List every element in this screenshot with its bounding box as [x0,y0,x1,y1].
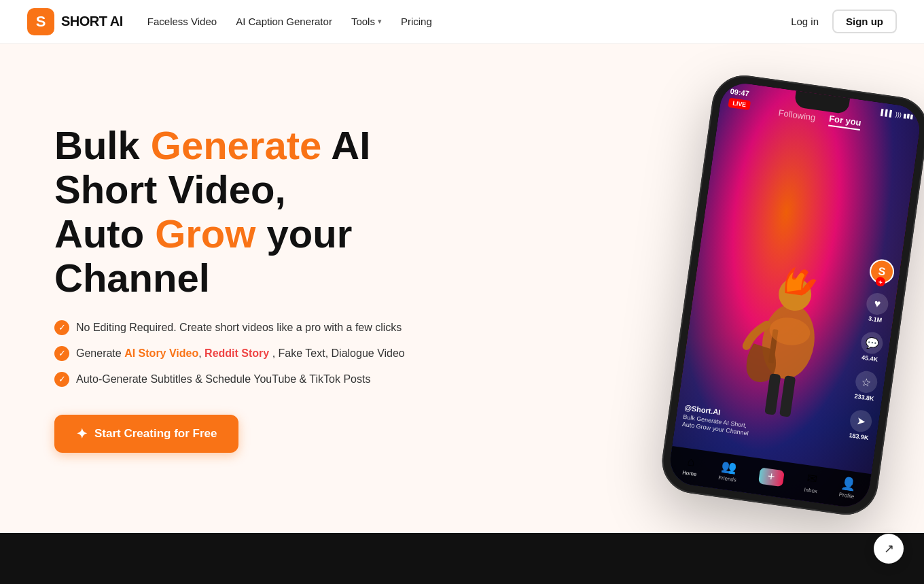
bookmark-action: ☆ 233.8K [853,370,878,402]
profile-icon: 👤 [840,475,857,492]
tag-reddit-story: Reddit Story [205,347,269,359]
phone-screen: 09:47 ▌▌▌ ))) ▮▮▮ LIVE Following For you… [667,80,923,509]
nav-link-pricing[interactable]: Pricing [401,16,432,27]
bookmark-icon: ☆ [854,370,878,394]
tiktok-nav-profile: 👤 Profile [838,475,857,500]
logo-text: SHORT AI [61,14,123,29]
nav-left: S SHORT AI Faceless Video AI Caption Gen… [27,8,432,35]
list-item: ✓ No Editing Required. Create short vide… [54,320,462,336]
nav-right: Log in Sign up [791,10,897,33]
hero-section: Bulk Generate AI Short Video, Auto Grow … [0,44,924,533]
logo[interactable]: S SHORT AI [27,8,123,35]
tiktok-nav-inbox: ✉ Inbox [804,470,820,494]
hero-features-list: ✓ No Editing Required. Create short vide… [54,320,462,388]
tag-ai-story: AI Story Video [124,347,198,359]
comment-icon: 💬 [859,330,884,355]
logo-icon: S [27,8,54,35]
nav-links: Faceless Video AI Caption Generator Tool… [147,16,432,27]
nav-link-ai-caption[interactable]: AI Caption Generator [236,16,332,27]
signup-button[interactable]: Sign up [832,10,897,33]
login-button[interactable]: Log in [791,16,819,27]
phone-outer: 09:47 ▌▌▌ ))) ▮▮▮ LIVE Following For you… [658,71,924,519]
nav-link-faceless-video[interactable]: Faceless Video [147,16,217,27]
list-item: ✓ Auto-Generate Subtitles & Schedule You… [54,371,462,388]
phone-mockup: 09:47 ▌▌▌ ))) ▮▮▮ LIVE Following For you… [652,84,924,506]
navbar: S SHORT AI Faceless Video AI Caption Gen… [0,0,924,44]
cta-button[interactable]: ✦ Start Creating for Free [54,415,238,453]
dark-section: The fastest way to Create [0,533,924,584]
add-video-button: + [758,467,785,487]
check-icon: ✓ [54,372,69,387]
tools-chevron-icon: ▾ [378,17,382,26]
phone-inner: 09:47 ▌▌▌ ))) ▮▮▮ LIVE Following For you… [667,80,923,509]
tiktok-nav-friends: 👥 Friends [718,458,739,483]
check-icon: ✓ [54,346,69,361]
like-icon: ♥ [865,292,889,316]
list-item: ✓ Generate AI Story Video, Reddit Story … [54,345,462,362]
tiktok-profile-avatar: S + [868,258,896,286]
hero-content: Bulk Generate AI Short Video, Auto Grow … [54,124,462,453]
svg-rect-4 [779,375,796,417]
tiktok-nav-home: ⌂ Home [682,453,700,477]
status-icons: ▌▌▌ ))) ▮▮▮ [881,109,914,120]
like-action: ♥ 3.1M [864,292,890,324]
hero-title: Bulk Generate AI Short Video, Auto Grow … [54,124,462,300]
inbox-icon: ✉ [806,470,819,487]
share-icon: ➤ [849,409,873,433]
scroll-to-top-button[interactable]: ↗ [874,534,904,564]
tiktok-nav-add: + [758,467,785,487]
share-action: ➤ 183.9K [847,409,873,441]
home-icon: ⌂ [686,454,696,469]
comment-action: 💬 45.4K [859,330,885,363]
check-icon: ✓ [54,320,69,335]
friends-icon: 👥 [721,459,738,476]
nav-link-tools[interactable]: Tools ▾ [351,16,382,27]
sparkle-icon: ✦ [76,426,88,442]
